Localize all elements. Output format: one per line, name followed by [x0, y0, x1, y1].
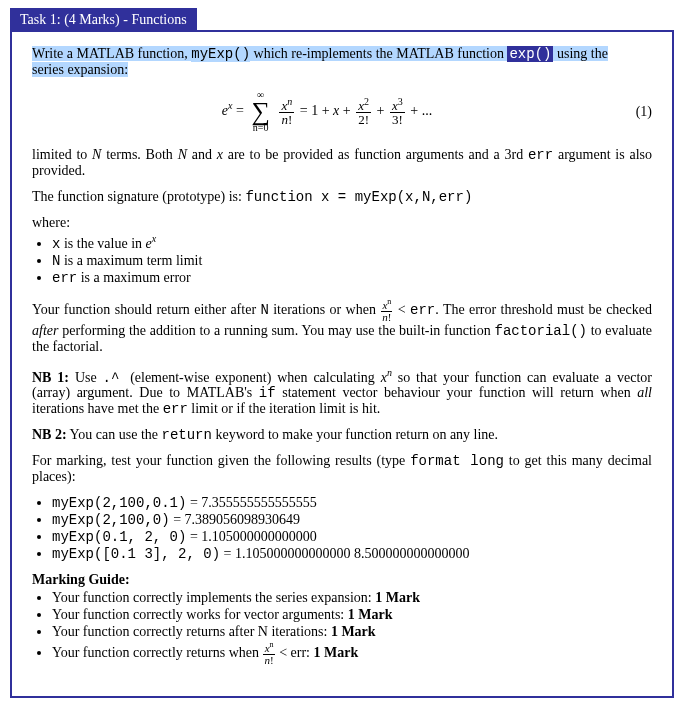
marking-guide-list: Your function correctly implements the s…	[52, 590, 652, 666]
marking-guide-title: Marking Guide:	[32, 572, 652, 588]
list-item: Your function correctly implements the s…	[52, 590, 652, 606]
limited-paragraph: limited to N terms. Both N and x are to …	[32, 147, 652, 179]
equation-body: ex = ∞ ∑ n=0 xn n! = 1 + x + x2 2! + x3	[32, 90, 622, 133]
list-item: Your function correctly works for vector…	[52, 607, 652, 623]
where-list: x is the value in ex N is a maximum term…	[52, 233, 652, 286]
list-item: Your function correctly returns after N …	[52, 624, 652, 640]
examples-list: myExp(2,100,0.1) = 7.355555555555555 myE…	[52, 495, 652, 562]
task-box: Write a MATLAB function, myExp() which r…	[10, 30, 674, 698]
where-label: where:	[32, 215, 652, 231]
nb2-paragraph: NB 2: You can use the return keyword to …	[32, 427, 652, 443]
list-item: myExp(2,100,0.1) = 7.355555555555555	[52, 495, 652, 511]
list-item: Your function correctly returns when xnn…	[52, 641, 652, 666]
intro-paragraph: Write a MATLAB function, myExp() which r…	[32, 46, 652, 78]
return-paragraph: Your function should return either after…	[32, 298, 652, 355]
list-item: x is the value in ex	[52, 233, 652, 252]
list-item: myExp([0.1 3], 2, 0) = 1.105000000000000…	[52, 546, 652, 562]
equation: ex = ∞ ∑ n=0 xn n! = 1 + x + x2 2! + x3	[32, 90, 652, 133]
list-item: myExp(0.1, 2, 0) = 1.105000000000000	[52, 529, 652, 545]
signature-paragraph: The function signature (prototype) is: f…	[32, 189, 652, 205]
nb1-paragraph: NB 1: Use .^ (element-wise exponent) whe…	[32, 367, 652, 418]
list-item: myExp(2,100,0) = 7.389056098930649	[52, 512, 652, 528]
marking-intro: For marking, test your function given th…	[32, 453, 652, 485]
task-tab: Task 1: (4 Marks) - Functions	[10, 8, 197, 32]
page: Task 1: (4 Marks) - Functions Write a MA…	[0, 0, 684, 718]
list-item: err is a maximum error	[52, 270, 652, 286]
equation-number: (1)	[622, 104, 652, 120]
list-item: N is a maximum term limit	[52, 253, 652, 269]
